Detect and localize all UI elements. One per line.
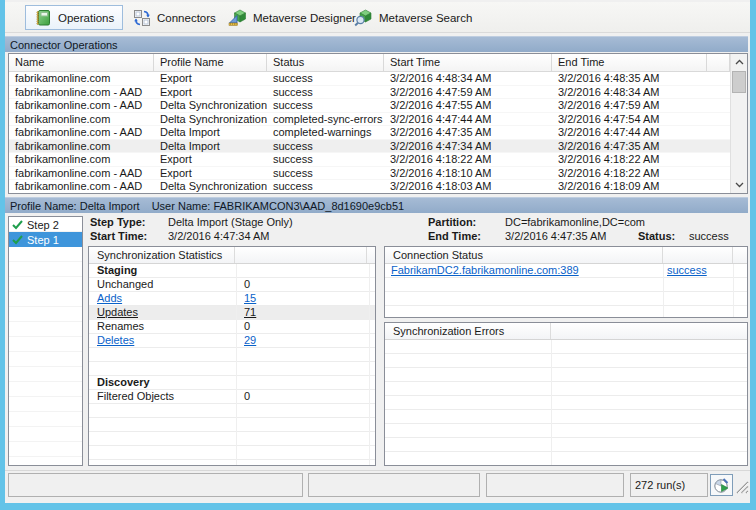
connection-status-title: Connection Status: [385, 247, 663, 263]
step-item[interactable]: Step 1: [9, 232, 82, 247]
operations-row[interactable]: fabrikamonline.comExportsuccess3/2/2016 …: [9, 153, 730, 167]
statistic-label[interactable]: Updates: [97, 306, 138, 318]
sync-statistics-value-header: [235, 247, 367, 263]
scrollbar-thumb[interactable]: [732, 71, 746, 93]
statistic-label[interactable]: Adds: [97, 292, 122, 304]
statistic-row: Staging: [89, 264, 375, 278]
step-type-value: Delta Import (Stage Only): [168, 216, 293, 228]
status-panel-1: [8, 473, 303, 497]
statistic-value[interactable]: 29: [244, 334, 256, 346]
end-time-label: End Time:: [428, 230, 481, 242]
column-header-start-time[interactable]: Start Time: [384, 54, 552, 71]
statistic-label: Staging: [97, 264, 137, 276]
sync-statistics-rows: StagingUnchanged0Adds15Updates71Renames0…: [89, 264, 375, 465]
operations-scrollbar[interactable]: [730, 54, 747, 193]
metaverse-search-icon: [354, 9, 373, 27]
status-label: Status:: [638, 230, 675, 242]
step-item-label: Step 1: [27, 234, 59, 246]
step-type-label: Step Type:: [90, 216, 145, 228]
sync-service-manager-window: Operations Connectors: [0, 0, 756, 510]
statistic-value[interactable]: 71: [244, 306, 256, 318]
tab-connectors-label: Connectors: [157, 12, 216, 24]
statistic-row: [89, 362, 375, 376]
statistic-row: [89, 348, 375, 362]
statistic-label: Discovery: [97, 376, 150, 388]
sync-statistics-title: Synchronization Statistics: [89, 247, 235, 263]
user-name-text: User Name: FABRIKAMCON3\AAD_8d1690e9cb51: [152, 200, 405, 212]
connectors-icon: [133, 9, 151, 27]
grid-line: [733, 264, 734, 317]
operations-rows: fabrikamonline.comExportsuccess3/2/2016 …: [9, 72, 730, 193]
operations-column-headers: Name Profile Name Status Start Time End …: [9, 54, 730, 72]
operations-row[interactable]: fabrikamonline.comExportsuccess3/2/2016 …: [9, 72, 730, 86]
tab-operations-label: Operations: [58, 12, 114, 24]
profile-header-bar: Profile Name: Delta Import User Name: FA…: [5, 197, 748, 213]
connection-result-link[interactable]: success: [667, 264, 707, 276]
connection-endpoint-link[interactable]: FabrikamDC2.fabrikamonline.com:389: [391, 264, 579, 276]
step-item[interactable]: Step 2: [9, 217, 82, 232]
column-header-name[interactable]: Name: [9, 54, 154, 71]
statistic-label[interactable]: Deletes: [97, 334, 134, 346]
tab-metaverse-designer-label: Metaverse Designer: [253, 12, 356, 24]
step-list: Step 2Step 1: [8, 216, 83, 466]
statistic-row[interactable]: Deletes29: [89, 334, 375, 348]
column-header-end-time[interactable]: End Time: [552, 54, 707, 71]
scroll-down-icon[interactable]: [731, 177, 747, 193]
grid-line: [551, 340, 552, 465]
statistic-value: 0: [244, 320, 250, 332]
start-time-value: 3/2/2016 4:47:34 AM: [168, 230, 270, 242]
metaverse-designer-icon: [228, 9, 247, 27]
column-header-profile-name[interactable]: Profile Name: [154, 54, 267, 71]
operations-row[interactable]: fabrikamonline.com - AADDelta Synchroniz…: [9, 180, 730, 193]
resize-grip[interactable]: [735, 479, 749, 496]
run-statistics-button[interactable]: [710, 474, 733, 496]
statistic-row: Discovery: [89, 376, 375, 390]
tab-metaverse-search-label: Metaverse Search: [379, 12, 472, 24]
statistic-row: Filtered Objects0: [89, 390, 375, 404]
operations-listview: Name Profile Name Status Start Time End …: [8, 53, 748, 194]
connector-operations-header: Connector Operations: [5, 36, 748, 52]
statistic-value[interactable]: 15: [244, 292, 256, 304]
statistic-row: Renames0: [89, 320, 375, 334]
operations-row[interactable]: fabrikamonline.comDelta Importsuccess3/2…: [9, 140, 730, 154]
sync-errors-panel: Synchronization Errors: [384, 322, 748, 466]
tab-operations[interactable]: Operations: [25, 5, 123, 30]
sync-errors-title: Synchronization Errors: [385, 323, 551, 339]
connection-status-row: FabrikamDC2.fabrikamonline.com:389 succe…: [385, 264, 747, 278]
check-icon: [12, 235, 23, 245]
operations-icon: [34, 9, 52, 27]
statistic-value: 0: [244, 390, 250, 402]
statistic-label: Renames: [97, 320, 144, 332]
status-panel-2: [308, 473, 480, 497]
statistic-row[interactable]: Adds15: [89, 292, 375, 306]
tab-metaverse-search[interactable]: Metaverse Search: [345, 5, 481, 30]
operations-row[interactable]: fabrikamonline.com - AADDelta Importcomp…: [9, 126, 730, 140]
run-count-panel: 272 run(s): [630, 473, 708, 497]
run-statistics-icon: [713, 477, 730, 494]
operations-row[interactable]: fabrikamonline.com - AADExportsuccess3/2…: [9, 86, 730, 100]
profile-name-text: Profile Name: Delta Import: [10, 200, 140, 212]
operations-row[interactable]: fabrikamonline.com - AADDelta Synchroniz…: [9, 99, 730, 113]
status-panel-3: [486, 473, 624, 497]
grid-line: [369, 264, 370, 465]
tab-connectors[interactable]: Connectors: [124, 5, 225, 30]
toolbar: Operations Connectors: [5, 2, 750, 33]
status-bar: 272 run(s): [5, 470, 750, 498]
tab-metaverse-designer[interactable]: Metaverse Designer: [219, 5, 365, 30]
sync-statistics-panel: Synchronization Statistics StagingUnchan…: [88, 246, 376, 466]
scroll-up-icon[interactable]: [731, 54, 747, 70]
window-content: Operations Connectors: [5, 0, 750, 503]
operations-row[interactable]: fabrikamonline.com - AADExportsuccess3/2…: [9, 167, 730, 181]
operations-row[interactable]: fabrikamonline.comDelta Synchronizationc…: [9, 113, 730, 127]
start-time-label: Start Time:: [90, 230, 147, 242]
status-value: success: [689, 230, 729, 242]
statistic-label: Unchanged: [97, 278, 153, 290]
end-time-value: 3/2/2016 4:47:35 AM: [505, 230, 607, 242]
column-header-status[interactable]: Status: [267, 54, 384, 71]
check-icon: [12, 220, 23, 230]
statistic-row[interactable]: Updates71: [89, 306, 375, 320]
grid-line: [663, 264, 664, 317]
grid-line: [236, 264, 237, 465]
statistic-row: Unchanged0: [89, 278, 375, 292]
partition-value: DC=fabrikamonline,DC=com: [505, 216, 645, 228]
